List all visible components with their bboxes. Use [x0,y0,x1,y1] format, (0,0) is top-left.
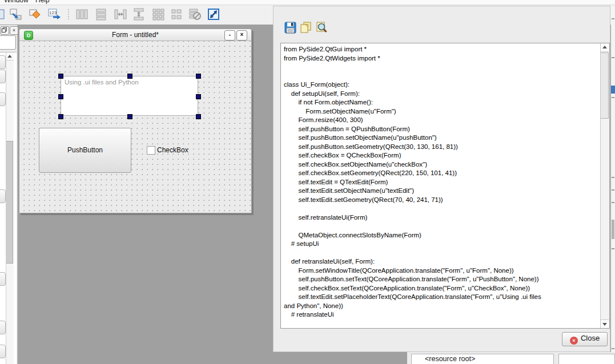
code-preview-dialog: from PySide2.QtGui import * from PySide2… [273,6,610,352]
generated-code: from PySide2.QtGui import * from PySide2… [281,43,609,319]
lay-out-vertically-in-splitter-icon[interactable] [132,7,146,21]
save-icon[interactable] [284,21,298,35]
widget-category-header[interactable] [0,345,6,358]
menubar: Window Help [0,0,615,5]
resize-handle[interactable] [58,74,63,79]
panel-float-icon[interactable] [1,26,9,35]
resize-handle[interactable] [127,74,132,79]
lay-out-in-form-layout-icon[interactable] [170,7,183,21]
form-editor-window: D Form - untitled* - × PushButton CheckB… [19,29,252,213]
resize-handle[interactable] [127,114,132,119]
close-circle-icon: × [570,337,578,345]
widget-category-header[interactable] [0,189,6,203]
scrollbar-thumb[interactable] [612,220,614,239]
copy-icon[interactable] [299,21,313,35]
generated-code-textarea[interactable]: from PySide2.QtGui import * from PySide2… [280,43,610,329]
code-scrollbar[interactable] [600,43,609,328]
panel-close-icon[interactable]: × [10,26,18,35]
lay-out-vertically-icon[interactable] [75,7,89,21]
pushbutton-widget[interactable]: PushButton [39,128,131,173]
widget-box-panel: × [0,25,18,364]
lay-out-horizontally-in-splitter-icon[interactable] [114,7,127,21]
adjust-size-icon[interactable] [207,7,220,21]
selected-row-sliver [611,86,615,94]
widget-list-scrollbar[interactable] [6,52,14,364]
textedit-widget[interactable] [61,76,199,117]
resource-root-item[interactable]: <resource root> [412,354,553,364]
scrollbar-thumb[interactable] [6,141,13,264]
menu-window[interactable]: Window [4,0,29,5]
lay-out-in-grid-icon[interactable] [151,7,165,21]
widget-category-header[interactable] [0,70,6,83]
widget-category-header[interactable] [0,272,6,286]
widget-category-header[interactable] [0,321,6,334]
edit-widgets-icon[interactable] [0,7,5,21]
close-button[interactable]: × [236,30,247,41]
resize-handle[interactable] [196,94,201,99]
widget-category-header[interactable] [0,92,6,106]
find-icon[interactable] [315,21,328,35]
resource-browser-panel: <resource root> [407,352,615,364]
scroll-up-icon[interactable] [6,52,13,60]
menu-help[interactable]: Help [35,0,50,5]
toolbar-separator [68,9,71,19]
widget-category-header[interactable] [0,55,6,69]
dialog-close-button[interactable]: ×Close [562,332,608,346]
scroll-down-icon[interactable] [601,319,609,328]
scrollbar-thumb[interactable] [601,52,609,119]
resize-handle[interactable] [196,114,201,119]
checkbox-indicator[interactable] [147,146,155,155]
form-window-title: Form - untitled* [19,31,251,39]
checkbox-widget[interactable]: CheckBox [157,146,188,154]
form-canvas[interactable]: PushButton CheckBox [19,41,251,213]
scroll-up-icon[interactable] [601,43,609,52]
minimize-button[interactable]: - [224,30,235,41]
lay-out-horizontally-icon[interactable] [94,7,108,21]
resize-handle[interactable] [58,94,63,99]
break-layout-icon[interactable] [188,7,202,21]
resource-file-list[interactable] [558,354,615,364]
resize-handle[interactable] [196,74,201,79]
resize-handle[interactable] [58,114,63,119]
edit-tab-order-icon[interactable]: 123 [47,7,61,21]
form-window-titlebar[interactable]: D Form - untitled* - × [19,29,251,41]
textedit-preview[interactable] [61,76,198,116]
edit-buddies-icon[interactable] [29,7,42,21]
widget-filter-input[interactable] [0,35,16,50]
widget-list[interactable] [0,52,17,364]
svg-text:123: 123 [49,10,57,15]
resource-tree[interactable]: <resource root> [411,354,554,364]
background-panel-sliver [611,6,615,352]
qt-designer-screen: Window Help 123 [0,0,615,364]
edit-signals-slots-icon[interactable] [9,7,23,21]
